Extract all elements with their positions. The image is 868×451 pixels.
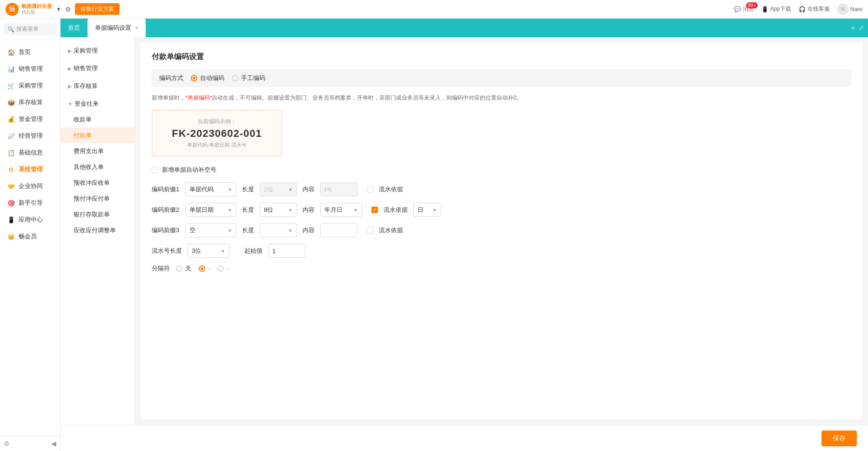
radio-manual-encode[interactable]: 手工编码 [232, 74, 265, 82]
prefix1-length-select[interactable]: 2位 ▼ [260, 182, 297, 196]
prefix3-select[interactable]: 空 ▼ [185, 223, 236, 237]
sub-group-capital-header[interactable]: ▼ 资金往来 [61, 96, 135, 112]
prefix3-label: 编码前缀3 [152, 226, 180, 235]
sidebar-item-capital[interactable]: 💰 资金管理 [0, 111, 60, 128]
radio-manual-circle [232, 75, 238, 81]
prefix1-label: 编码前缀1 [152, 185, 180, 194]
sub-item-payment[interactable]: 付款单 [61, 128, 135, 143]
tab-encode-settings[interactable]: 单据编码设置 × [87, 19, 146, 37]
prefix3-row: 编码前缀3 空 ▼ 长度 ▼ 内容 流水依据 [152, 223, 851, 237]
sidebar-item-basic[interactable]: 📋 基础信息 [0, 144, 60, 161]
prefix2-serial-checkbox[interactable] [371, 207, 378, 213]
user-profile[interactable]: N Nare [837, 4, 862, 15]
serial-length-select[interactable]: 3位 ▼ [188, 244, 229, 258]
encode-method-bar: 编码方式 自动编码 手工编码 [152, 69, 851, 87]
sub-group-inventory-header[interactable]: ▶ 库存核算 [61, 78, 135, 94]
purchase-icon: 🛒 [7, 82, 15, 89]
settings-icon[interactable]: ⚙ [65, 6, 71, 13]
sub-item-ar-ap-adjust[interactable]: 应收应付调整单 [61, 222, 135, 238]
content-panel: ▶ 采购管理 ▶ 销售管理 ▶ 库存核算 [61, 37, 868, 425]
prefix2-row: 编码前缀2 单据日期 ▼ 长度 8位 ▼ 内容 年月日 ▼ [152, 203, 851, 217]
sub-group-capital: ▼ 资金往来 收款单 付款单 费用支出单 其他收入单 预收冲应收单 预付冲应付单… [61, 96, 135, 238]
sidebar-search[interactable]: 🔍 搜索菜单 [0, 19, 60, 40]
search-icon: 🔍 [7, 26, 14, 33]
sub-group-purchase-header[interactable]: ▶ 采购管理 [61, 43, 135, 59]
sidebar-collapse-icon[interactable]: ◀ [51, 440, 56, 447]
search-input-area[interactable]: 🔍 搜索菜单 [4, 23, 56, 35]
enterprise-icon: 🤝 [7, 182, 15, 190]
separator-radio-group: 无 · · [176, 264, 228, 273]
basic-icon: 📋 [7, 149, 15, 156]
separator-dot[interactable]: · [199, 265, 210, 272]
sidebar-item-inventory[interactable]: 📦 库存核算 [0, 94, 60, 111]
sidebar: 🔍 搜索菜单 🏠 首页 📊 销售管理 🛒 采购管理 📦 库存核算 💰 [0, 19, 61, 451]
sub-item-prepay-ar[interactable]: 预收冲应收单 [61, 175, 135, 191]
info-text: 新增单据时，*单据编码*自动生成，不可编辑。前缀设置为部门、业务员等档案类，开单… [152, 94, 851, 102]
auto-fill-checkbox[interactable] [152, 167, 158, 173]
message-item[interactable]: 💬 消息 99+ [734, 5, 754, 13]
content-area: 首页 单据编码设置 × × ⤢ ▶ 采购管理 [61, 19, 868, 451]
arrow-down-icon: ▼ [68, 101, 73, 107]
prefix3-length-select[interactable]: ▼ [260, 223, 297, 237]
save-button[interactable]: 保存 [821, 431, 857, 446]
sidebar-settings-icon[interactable]: ⚙ [4, 440, 10, 447]
prefix3-length-arrow-icon: ▼ [288, 228, 293, 233]
prefix1-row: 编码前缀1 单据代码 ▼ 长度 2位 ▼ 内容 流水依据 [152, 182, 851, 196]
prefix1-select[interactable]: 单据代码 ▼ [185, 182, 236, 196]
nav-dropdown[interactable]: ▼ [56, 6, 61, 13]
prefix2-period-select[interactable]: 日 ▼ [413, 203, 441, 217]
sub-item-receipt[interactable]: 收款单 [61, 112, 135, 128]
sidebar-item-purchase[interactable]: 🛒 采购管理 [0, 77, 60, 94]
prefix2-label: 编码前缀2 [152, 206, 180, 214]
sub-group-inventory: ▶ 库存核算 [61, 78, 135, 94]
trial-button[interactable]: 体验行业方案 [75, 3, 120, 15]
separator-none[interactable]: 无 [176, 264, 191, 273]
prefix3-content-input[interactable] [320, 223, 357, 237]
avatar: N [837, 4, 848, 15]
sidebar-item-enterprise[interactable]: 🤝 企业协同 [0, 178, 60, 195]
prefix2-content-select[interactable]: 年月日 ▼ [320, 203, 362, 217]
arrow-right-icon2: ▶ [68, 66, 72, 71]
main-layout: 🔍 搜索菜单 🏠 首页 📊 销售管理 🛒 采购管理 📦 库存核算 💰 [0, 19, 868, 451]
preview-code: FK-20230602-001 [172, 128, 262, 140]
separator-row: 分隔符 无 · · [152, 264, 851, 273]
start-value-input[interactable] [268, 244, 305, 258]
sidebar-item-home[interactable]: 🏠 首页 [0, 44, 60, 61]
preview-box: 当前编码示例： FK-20230602-001 单据代码-单据日期-流水号 [152, 110, 282, 156]
prefix1-serial-checkbox[interactable] [367, 186, 373, 193]
sidebar-item-system[interactable]: ⚙ 系统管理 [0, 161, 60, 178]
form-title: 付款单编码设置 [152, 52, 851, 62]
prefix2-length-select[interactable]: 8位 ▼ [260, 203, 297, 217]
sub-sidebar: ▶ 采购管理 ▶ 销售管理 ▶ 库存核算 [61, 37, 135, 425]
sub-group-sales-header[interactable]: ▶ 销售管理 [61, 61, 135, 76]
arrow-right-icon3: ▶ [68, 84, 72, 89]
tab-bar-right: × ⤢ [851, 19, 868, 37]
prefix3-serial-checkbox[interactable] [367, 227, 373, 234]
serial-row: 流水号长度 3位 ▼ 起始值 [152, 244, 851, 258]
auto-fill-row: 新增单据自动补空号 [152, 166, 851, 174]
tab-maximize-icon[interactable]: ⤢ [859, 24, 864, 32]
separator-dot2[interactable]: · [217, 265, 229, 272]
sub-item-prepay-ap[interactable]: 预付冲应付单 [61, 191, 135, 207]
radio-auto-encode[interactable]: 自动编码 [191, 74, 224, 82]
operation-icon: 📈 [7, 132, 15, 140]
sub-item-other-income[interactable]: 其他收入单 [61, 159, 135, 175]
service-icon: 🎧 [799, 6, 806, 13]
sidebar-item-guide[interactable]: 🎯 新手引导 [0, 195, 60, 211]
app-download-item[interactable]: 📱 App下载 [761, 5, 791, 13]
tab-minimize-icon[interactable]: × [851, 24, 855, 32]
sidebar-item-member[interactable]: 👑 畅会员 [0, 228, 60, 245]
tab-home[interactable]: 首页 [61, 19, 87, 37]
brand-logo: 畅 [6, 3, 19, 16]
online-service-item[interactable]: 🎧 在线客服 [799, 5, 830, 13]
separator-dot2-circle [217, 265, 224, 272]
prefix2-select[interactable]: 单据日期 ▼ [185, 203, 236, 217]
prefix1-content-input [320, 182, 357, 196]
sub-item-bank-deposit[interactable]: 银行存取款单 [61, 207, 135, 222]
tab-close-icon[interactable]: × [135, 25, 138, 31]
sidebar-item-operation[interactable]: 📈 经营管理 [0, 128, 60, 144]
sidebar-item-sales[interactable]: 📊 销售管理 [0, 61, 60, 77]
sub-item-expense[interactable]: 费用支出单 [61, 143, 135, 159]
sales-icon: 📊 [7, 65, 15, 73]
sidebar-item-appcenter[interactable]: 📱 应用中心 [0, 211, 60, 228]
